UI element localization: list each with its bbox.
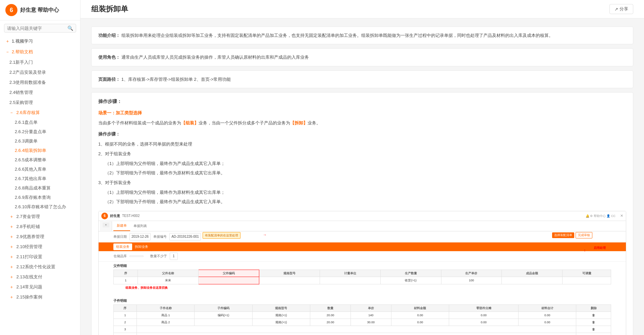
sim-lth-child-name: 子件名称 <box>137 304 194 312</box>
sim-ltd-mat1: 0.00 <box>391 312 449 319</box>
sim-lower-table: 序 子件名称 子件编码 规格型号 数量 单价 材料金额 零部件分摊 材料合计 <box>113 304 611 335</box>
sim-td-seq: 1 <box>114 277 138 284</box>
step3-sub1: （1）上部明细为父件明细，最终作为原材料生成其它出库单； <box>105 188 626 196</box>
search-box[interactable]: 🔍 <box>4 24 76 33</box>
sim-lth-child-code: 子件编码 <box>195 304 252 312</box>
page-title: 组装拆卸单 <box>91 4 128 14</box>
sidebar-item-2-12-label: 2.12系统个性化设置 <box>16 264 55 269</box>
sidebar-item-2-3[interactable]: 2.3使用前数据准备 <box>9 77 80 88</box>
sidebar-item-2-7[interactable]: ＋ 2.7资金管理 <box>9 212 80 222</box>
sim-ltd-empty4 <box>137 333 576 335</box>
sim-action-btns: 选择装配清单 完成审核 <box>552 232 592 238</box>
sim-ltd-total1: 0.00 <box>519 312 576 319</box>
sim-orange-type-bar: 组装业务 拆卸业务 组装业务、拆卸业务在这里切换 ↑ <box>99 242 626 251</box>
sim-screenshot: 6 好生意 TEST-H002 🔔 ⚙ 帮助中心 👤 CC ✕ ≡ 新建单 <box>99 211 626 335</box>
sim-date-value: 2019-12-26 <box>129 233 151 240</box>
sim-tab-list[interactable]: 单据列表 <box>130 221 150 231</box>
role-section: 使用角色： 通常由生产人员或库管人员完成拆装业务的操作，库管人员确认原材料的出库… <box>91 48 633 66</box>
sidebar-item-2-6-1[interactable]: 2.6.1盘点单 <box>15 118 80 127</box>
sidebar-item-2-6-10[interactable]: 2.6.10库存账本错了怎么办 <box>15 202 80 212</box>
sim-btn-confirm[interactable]: 完成审核 <box>576 232 592 238</box>
intro-section: 功能介绍： 组装拆卸单用来处理企业组装或拆卸等加工业务，支持有固定装配清单的产品… <box>91 26 633 44</box>
table-row: 3 🗑 <box>114 326 611 333</box>
sidebar-item-2-4[interactable]: 2.4销售管理 <box>9 88 80 98</box>
sim-notice-text: 有装配清单的在这里处理 <box>203 232 240 239</box>
sim-lower-table-title: 子件明细 <box>113 297 611 304</box>
sim-nav-icon-1: ≡ <box>103 223 109 227</box>
sidebar-item-2-5[interactable]: 2.5采购管理 <box>9 98 80 108</box>
minus-icon-2-6: － <box>9 110 14 115</box>
sidebar-item-2-6-4[interactable]: 2.6.4组装拆卸单 <box>15 146 80 155</box>
sim-ltd-seq3: 3 <box>114 326 137 333</box>
sidebar-item-2-13-label: 2.13在线支付 <box>16 274 42 279</box>
sim-warehouse-input[interactable] <box>129 256 144 257</box>
sidebar-item-2-6-9[interactable]: 2.6.9库存账本查询 <box>15 193 80 202</box>
sidebar-item-2-11[interactable]: ＋ 2.11打印设置 <box>9 252 80 262</box>
screenshot-container: 6 好生意 TEST-H002 🔔 ⚙ 帮助中心 👤 CC ✕ ≡ 新建单 <box>98 211 626 335</box>
sim-ltd-del3[interactable]: 🗑 <box>576 326 611 333</box>
role-label: 使用角色： <box>98 55 120 60</box>
sidebar-item-2-2[interactable]: 2.2产品安装及登录 <box>9 67 80 77</box>
search-input[interactable] <box>7 26 67 31</box>
sim-ltd-del2[interactable]: 🗑 <box>576 319 611 326</box>
sidebar-item-2-6-6[interactable]: 2.6.6其他入库单 <box>15 165 80 174</box>
sim-brand: 好生意 <box>110 213 120 219</box>
sim-td-parent-code[interactable] <box>199 277 259 284</box>
sidebar-item-2-14[interactable]: ＋ 2.14常见问题 <box>9 282 80 292</box>
sim-tabs: 新建单 单据列表 <box>112 221 625 231</box>
sim-td-parent-name: 米米 <box>138 277 199 284</box>
sim-qty-input[interactable]: 1 <box>170 253 178 260</box>
app-logo: 6 <box>5 4 17 16</box>
sim-type-disassemble[interactable]: 拆卸业务 <box>135 244 148 250</box>
sidebar-item-2-8[interactable]: ＋ 2.8手机旺铺 <box>9 222 80 232</box>
sidebar-item-2-6-3[interactable]: 2.6.3调拨单 <box>15 136 80 146</box>
ops-section: 操作步骤： 场景一：加工类型选择 当由多个子件材料组装成一个成品的业务为【组装】… <box>91 92 633 335</box>
sidebar-item-2-6-7[interactable]: 2.6.7其他出库单 <box>15 174 80 183</box>
sim-tab-new[interactable]: 新建单 <box>113 221 130 231</box>
sidebar-item-2-12[interactable]: ＋ 2.12系统个性化设置 <box>9 262 80 272</box>
sim-lower-table-body: 1 商品 1 编码(>1) 规格(>1) 20.00 140 0.00 0.00… <box>114 312 611 335</box>
sidebar-header: 6 好生意 帮助中心 <box>0 0 80 20</box>
sidebar-item-2-6-5[interactable]: 2.6.5成本调整单 <box>15 155 80 165</box>
sim-lth-spec: 规格型号 <box>252 304 310 312</box>
sidebar-item-2-6[interactable]: － 2.6库存核算 <box>9 108 80 118</box>
step2-sub1: （1）上部明细为父件明细，最终作为产成品生成其它入库单； <box>105 160 626 167</box>
step2-sub2: （2）下部明细为子件明细，最终作为原材料生成其它出库单。 <box>105 169 626 177</box>
sidebar-item-2-8-label: 2.8手机旺铺 <box>16 224 40 229</box>
sidebar-item-2-9[interactable]: ＋ 2.9优惠券管理 <box>9 232 80 242</box>
sim-close-icon[interactable]: ✕ <box>620 213 623 219</box>
path-label: 页面路径： <box>98 77 120 82</box>
sidebar-item-2-1[interactable]: 2.1新手入门 <box>9 57 80 67</box>
search-icon[interactable]: 🔍 <box>67 25 73 31</box>
sim-order-value: AD-20191226-001 <box>169 233 201 240</box>
ops-title: 操作步骤： <box>98 97 626 106</box>
sim-ltd-name2: 商品 2 <box>137 319 194 326</box>
sim-nav-icons: ≡ <box>100 221 112 231</box>
sidebar-sub-2-6: 2.6.1盘点单 2.6.2分量盘点单 2.6.3调拨单 2.6.4组装拆卸单 … <box>9 118 80 212</box>
sim-ltd-seq4: 4 <box>114 333 137 335</box>
sim-ltd-name1: 商品 1 <box>137 312 194 319</box>
sidebar-item-2-10[interactable]: ＋ 2.10经营管理 <box>9 242 80 252</box>
sim-tabs-row: ≡ 新建单 单据列表 <box>99 221 626 231</box>
sim-td-unit <box>320 277 380 284</box>
app-name: 好生意 帮助中心 <box>20 7 59 14</box>
sidebar-item-2-11-label: 2.11打印设置 <box>16 254 42 259</box>
sim-type-assembly[interactable]: 组装业务 <box>113 243 132 250</box>
sim-btn-select[interactable]: 选择装配清单 <box>552 232 574 238</box>
scene1-title: 场景一：加工类型选择 <box>98 109 626 117</box>
sidebar-item-video[interactable]: ＋ 1.视频学习 <box>0 36 80 47</box>
sim-annotation-area1: 组装业务、拆卸业务在这里切换 ← <box>99 284 626 296</box>
sidebar-item-help-docs[interactable]: － 2.帮助文档 <box>0 47 80 57</box>
sim-ltd-del1[interactable]: 🗑 <box>576 312 611 319</box>
intro-label: 功能介绍： <box>98 33 120 38</box>
sim-ltd-qty2: 20.00 <box>310 319 351 326</box>
sidebar-item-2-15[interactable]: ＋ 2.15操作案例 <box>9 292 80 302</box>
sim-ltd-del4[interactable]: 🗑 <box>576 333 611 335</box>
sidebar-item-2-6-8[interactable]: 2.6.8商品成本重算 <box>15 183 80 193</box>
sim-td-produce-qty[interactable]: 收货(>1) <box>380 277 441 284</box>
sim-upper-section-header: 父件明细 <box>99 262 626 270</box>
share-button[interactable]: ↗ 分享 <box>609 4 633 14</box>
sidebar-item-2-6-2[interactable]: 2.6.2分量盘点单 <box>15 127 80 136</box>
sidebar-item-2-13[interactable]: ＋ 2.13在线支付 <box>9 272 80 282</box>
path-section: 页面路径： 1、库存核算->库存管理->组装拆卸单 2、首页->常用功能 <box>91 70 633 88</box>
